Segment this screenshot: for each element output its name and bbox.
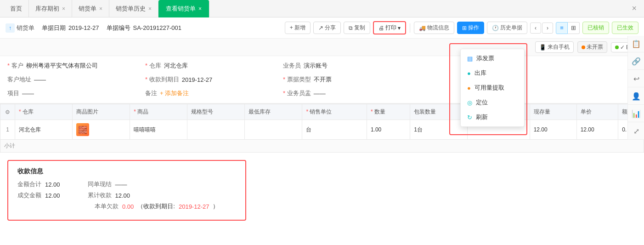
print-icon: 🖨 (378, 25, 384, 31)
not-open-button[interactable]: 未开票 (577, 41, 607, 53)
logistics-button[interactable]: 🚚 物流信息 (414, 22, 454, 34)
tab-view-sales-close[interactable]: × (198, 6, 202, 12)
not-open-dot (582, 46, 585, 49)
table-row: 1 河北仓库 🧱 嘻嘻嘻嘻 台 1.00 1台 12.00 12.00 (0, 120, 644, 140)
col-settings[interactable]: ⚙ (0, 104, 15, 120)
row-product-img: 🧱 (73, 120, 130, 140)
dropdown-locate[interactable]: ◎ 定位 (461, 95, 524, 110)
dropdown-refresh[interactable]: ↻ 刷新 (461, 110, 524, 125)
tab-sales-order-label: 销货单 (79, 5, 96, 13)
total-amount-label: 金额合计 (17, 180, 41, 188)
dropdown-outbound[interactable]: ● 出库 (461, 66, 524, 80)
from-phone-button[interactable]: 📱 来自手机 (535, 41, 574, 53)
warehouse-field: 仓库 河北仓库 (145, 62, 274, 70)
phone-icon: 📱 (539, 44, 546, 51)
customer-field: 客户 柳州粤港平安气体有限公司 (7, 62, 136, 70)
subtotal-row: 小计 (0, 140, 644, 153)
locate-icon: ◎ (467, 99, 472, 106)
tab-sales-order-close[interactable]: × (99, 6, 102, 12)
operations-label: 操作 (468, 24, 479, 32)
tab-home[interactable]: 首页 (4, 0, 29, 17)
new-button[interactable]: + 新增 (285, 22, 311, 34)
sidebar-expand-icon[interactable]: ⤢ (628, 123, 644, 140)
transaction-label: 成交金额 (17, 191, 41, 199)
total-amount-item: 金额合计 12.00 (17, 180, 60, 188)
row-index: 1 (0, 120, 15, 140)
dropdown-qty-extract[interactable]: ● 可用量提取 (461, 80, 524, 95)
nav-next[interactable]: › (542, 23, 553, 34)
payment-row-2: 成交金额 12.00 累计收款 12.00 (17, 191, 236, 199)
locate-label: 定位 (476, 98, 488, 107)
nav-prev[interactable]: ‹ (530, 23, 541, 34)
staff-value: 演示账号 (304, 62, 328, 70)
ticket-type-field: 票据类型 不开票 (283, 75, 412, 84)
date-label: 单据日期 (42, 24, 66, 32)
form-area: 客户 柳州粤港平安气体有限公司 仓库 河北仓库 业务员 演示账号 客户地址 —— (0, 56, 644, 103)
col-warehouse: * 仓库 (15, 104, 73, 120)
form-row-2: 客户地址 —— 收款到期日 2019-12-27 票据类型 不开票 (7, 75, 637, 84)
col-quantity: * 数量 (367, 104, 410, 120)
col-spec: 规格型号 (187, 104, 245, 120)
sales-staff-field: 业务员盂 —— (283, 89, 412, 97)
transaction-value: 12.00 (45, 192, 60, 199)
tab-sales-history-label: 销货单历史 (116, 5, 146, 13)
share-button[interactable]: ↗ 分享 (313, 22, 341, 34)
accumulated-label: 累计收款 (88, 191, 112, 199)
row-product: 嘻嘻嘻嘻 (130, 120, 187, 140)
number-label: 单据编号 (107, 24, 130, 32)
tab-inventory-init[interactable]: 库存期初 × (29, 0, 72, 17)
doc-type-label: 销货单 (17, 24, 34, 32)
tab-inventory-init-label: 库存期初 (35, 5, 59, 13)
sidebar-user-icon[interactable]: 👤 (628, 88, 644, 105)
col-unit: * 销售单位 (302, 104, 367, 120)
doc-date-meta: 单据日期 2019-12-27 (42, 24, 99, 32)
customer-label: 客户 (7, 62, 23, 70)
transaction-item: 成交金额 12.00 (17, 191, 60, 199)
toolbar-divider (410, 23, 410, 33)
row-min-stock (245, 120, 302, 140)
ticket-type-label: 票据类型 (283, 75, 311, 84)
col-current-stock: 现存量 (530, 104, 576, 120)
tab-view-sales-label: 查看销货单 (166, 5, 196, 13)
payment-row-1: 金额合计 12.00 同单现结 —— (17, 180, 236, 188)
note-label: 备注 (145, 89, 157, 97)
payment-title: 收款信息 (17, 167, 236, 176)
sold-out-status: 已核销 (582, 22, 609, 34)
tab-sales-order[interactable]: 销货单 × (72, 0, 109, 17)
nav-arrows: ‹ › (530, 23, 553, 34)
sidebar-doc-icon[interactable]: 📋 (628, 36, 644, 52)
staff-label: 业务员 (283, 62, 301, 70)
warehouse-label: 仓库 (145, 62, 161, 70)
tab-bar-close[interactable]: × (628, 4, 640, 13)
view-list-btn[interactable]: ≡ (556, 22, 568, 34)
col-pack-qty: 包装数量 (410, 104, 468, 120)
tab-view-sales[interactable]: 查看销货单 × (158, 0, 209, 17)
tab-sales-history[interactable]: 销货单历史 × (109, 0, 158, 17)
sidebar-chart-icon[interactable]: 📊 (628, 106, 644, 122)
refresh-icon: ↻ (467, 114, 472, 121)
share-label: 分享 (325, 24, 336, 32)
from-phone-label: 来自手机 (548, 43, 570, 51)
add-note-button[interactable]: + 添加备注 (160, 89, 189, 97)
view-grid-btn[interactable]: ⊞ (568, 22, 580, 34)
right-sidebar: 📋 🔗 ↩ 👤 📊 ⤢ (627, 36, 644, 140)
dropdown-add-invoice[interactable]: ▤ 添发票 (461, 51, 524, 66)
history-button[interactable]: 🕐 历史单据 (487, 22, 527, 34)
address-field: 客户地址 —— (7, 75, 136, 84)
note-field: 备注 + 添加备注 (145, 89, 274, 97)
sidebar-link-icon[interactable]: 🔗 (628, 53, 644, 70)
accumulated-item: 累计收款 12.00 (88, 191, 130, 199)
copy-button[interactable]: ⧉ 复制 (344, 22, 370, 34)
customer-value: 柳州粤港平安气体有限公司 (26, 62, 98, 70)
address-value: —— (34, 76, 46, 83)
operations-button[interactable]: ⊞ 操作 (457, 22, 484, 34)
print-button[interactable]: 🖨 打印 ▾ (373, 21, 406, 34)
total-amount-value: 12.00 (45, 181, 60, 188)
sidebar-reply-icon[interactable]: ↩ (628, 71, 644, 87)
col-product: * 商品 (130, 104, 187, 120)
tab-inventory-close[interactable]: × (62, 6, 65, 12)
balance-label: 本单欠款 (95, 202, 119, 211)
due-date: 2019-12-27 (179, 203, 209, 210)
add-invoice-icon: ▤ (467, 55, 473, 62)
tab-sales-history-close[interactable]: × (148, 6, 152, 12)
